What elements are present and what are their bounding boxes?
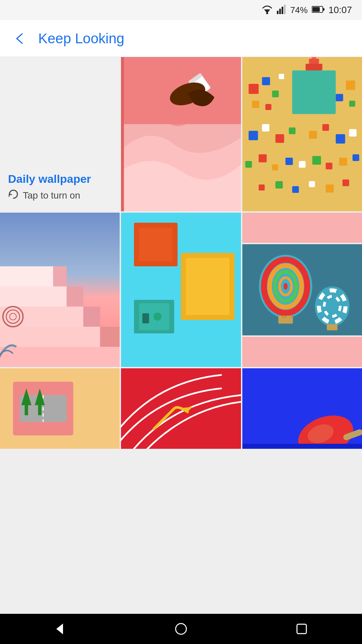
svg-point-80 (284, 283, 288, 290)
svg-rect-5 (284, 5, 286, 14)
svg-rect-59 (83, 307, 100, 327)
svg-rect-51 (342, 179, 349, 186)
grid-row-2 (0, 213, 362, 367)
red-track-cell[interactable] (121, 368, 241, 449)
svg-rect-35 (336, 134, 345, 144)
svg-rect-28 (349, 101, 355, 107)
svg-rect-42 (312, 156, 321, 165)
pink-cloth-cell[interactable] (121, 57, 241, 211)
svg-rect-31 (275, 134, 284, 143)
daily-wallpaper-title: Daily wallpaper (8, 172, 112, 185)
svg-rect-48 (292, 186, 299, 193)
svg-marker-104 (56, 624, 63, 634)
svg-rect-50 (325, 184, 334, 193)
svg-rect-67 (139, 228, 173, 261)
svg-rect-58 (100, 327, 120, 347)
svg-rect-69 (186, 258, 230, 315)
svg-rect-29 (248, 131, 258, 140)
right-split-cell (242, 213, 362, 367)
svg-rect-7 (323, 8, 324, 11)
svg-rect-33 (309, 131, 317, 139)
daily-wallpaper-subtitle[interactable]: Tap to turn on (8, 189, 112, 202)
refresh-icon (8, 189, 19, 202)
svg-rect-41 (299, 161, 305, 168)
svg-rect-40 (285, 158, 293, 165)
colorful-blocks-cell[interactable] (242, 57, 362, 211)
svg-rect-34 (322, 124, 329, 131)
svg-rect-23 (252, 101, 259, 108)
svg-rect-32 (289, 127, 295, 134)
pink-top-strip[interactable] (242, 213, 362, 243)
grid-row-3 (0, 368, 362, 449)
svg-rect-44 (339, 158, 347, 166)
svg-rect-36 (349, 129, 356, 137)
blue-pingpong-cell[interactable] (242, 368, 362, 449)
svg-rect-88 (327, 324, 338, 330)
wifi-icon (261, 5, 273, 15)
nav-recents-button[interactable] (288, 615, 315, 642)
balloon-cell[interactable] (242, 244, 362, 335)
svg-rect-18 (309, 59, 319, 64)
svg-rect-26 (346, 80, 355, 90)
orange-scene-cell[interactable] (0, 368, 120, 449)
svg-rect-57 (0, 266, 53, 286)
svg-rect-47 (275, 181, 283, 189)
page-title: Keep Looking (38, 31, 124, 47)
svg-rect-20 (248, 84, 258, 94)
pink-bottom-strip[interactable] (242, 337, 362, 367)
svg-rect-53 (0, 347, 120, 367)
svg-rect-16 (292, 70, 336, 114)
svg-rect-22 (272, 91, 279, 97)
svg-rect-25 (279, 74, 284, 79)
wallpaper-grid: Daily wallpaper Tap to turn on (0, 57, 362, 614)
daily-wallpaper-tap-label: Tap to turn on (23, 190, 80, 201)
svg-point-105 (176, 624, 186, 634)
svg-rect-30 (262, 124, 269, 131)
svg-rect-61 (53, 266, 67, 286)
nav-back-button[interactable] (47, 615, 74, 642)
svg-rect-24 (265, 104, 271, 110)
status-time: 10:07 (328, 5, 352, 15)
svg-point-1 (266, 12, 268, 14)
app-bar: Keep Looking (0, 20, 362, 57)
grid-row-1: Daily wallpaper Tap to turn on (0, 57, 362, 211)
svg-rect-19 (311, 57, 316, 59)
svg-rect-17 (305, 64, 322, 70)
svg-rect-106 (297, 624, 306, 634)
svg-rect-49 (309, 181, 315, 187)
pink-stairs-cell[interactable] (0, 213, 120, 367)
svg-rect-60 (67, 286, 83, 307)
svg-rect-11 (121, 57, 124, 211)
svg-rect-43 (325, 163, 332, 169)
svg-rect-56 (0, 286, 67, 307)
svg-rect-2 (277, 11, 279, 14)
nav-bar (0, 614, 362, 644)
svg-rect-46 (258, 184, 264, 191)
svg-rect-103 (242, 444, 362, 449)
colorful-frames-cell[interactable] (121, 213, 241, 367)
back-button[interactable] (10, 29, 30, 49)
battery-icon (312, 6, 324, 14)
nav-home-button[interactable] (168, 615, 194, 642)
svg-rect-8 (312, 7, 320, 12)
signal-icon (277, 5, 286, 15)
svg-rect-37 (245, 161, 252, 168)
svg-rect-3 (279, 9, 281, 14)
daily-wallpaper-cell[interactable]: Daily wallpaper Tap to turn on (0, 57, 120, 211)
svg-rect-72 (142, 313, 149, 323)
svg-rect-21 (262, 77, 270, 85)
svg-rect-39 (272, 164, 278, 170)
status-icons: 74% 10:07 (261, 5, 352, 15)
svg-rect-38 (258, 154, 266, 162)
svg-point-73 (154, 313, 162, 321)
svg-rect-54 (0, 327, 100, 347)
svg-rect-27 (336, 94, 343, 101)
svg-rect-45 (352, 154, 359, 161)
svg-rect-4 (282, 7, 283, 14)
status-bar: 74% 10:07 (0, 0, 362, 20)
battery-percent: 74% (290, 5, 308, 15)
